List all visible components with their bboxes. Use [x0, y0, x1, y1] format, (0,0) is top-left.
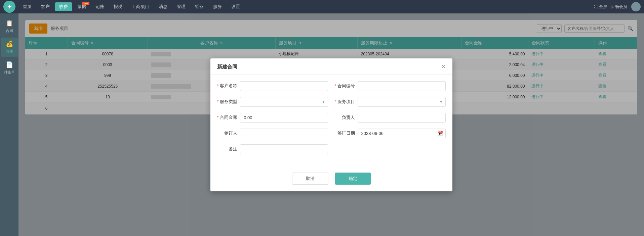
sidebar-item-statement-label: 对账单: [4, 70, 15, 75]
modal-header: 新建合同 ✕: [210, 58, 452, 75]
service-item-label: 服务项目: [335, 99, 355, 105]
service-item-select[interactable]: [358, 97, 445, 107]
sidebar-item-fee-label: 收费: [6, 49, 13, 54]
sign-date-input[interactable]: [358, 129, 446, 138]
modal-title: 新建合同: [217, 64, 237, 70]
form-row-4: 签订人 签订日期 📅: [217, 129, 446, 138]
nav-industrial[interactable]: 工商项目: [128, 2, 153, 11]
signer-field: 签订人: [217, 129, 328, 138]
signer-label: 签订人: [217, 130, 237, 136]
play-icon: ▷: [611, 4, 614, 9]
nav-fee[interactable]: 收费: [55, 2, 72, 11]
nav-home[interactable]: 首页: [19, 2, 36, 11]
sidebar: 📋 合同 💰 收费 📄 对账单: [0, 13, 18, 236]
nav-manage[interactable]: 管理: [173, 2, 190, 11]
new-badge: new: [82, 2, 89, 5]
sign-date-label: 签订日期: [335, 130, 355, 136]
nav-service[interactable]: 服务: [209, 2, 226, 11]
fullscreen-icon: ⛶: [594, 4, 598, 9]
nav-customer[interactable]: 客户: [37, 2, 54, 11]
customer-input[interactable]: [240, 81, 328, 91]
form-row-1: 客户名称 合同编号: [217, 81, 446, 91]
responsible-label: 负责人: [335, 114, 355, 121]
service-type-field: 服务类型 ▼: [217, 97, 328, 107]
app-logo: ✦: [3, 1, 15, 13]
sidebar-item-contract-label: 合同: [6, 28, 13, 33]
signer-input[interactable]: [240, 129, 328, 138]
amount-field: 合同金额: [217, 113, 328, 123]
nav-operation[interactable]: 经营: [191, 2, 208, 11]
fee-icon: 💰: [6, 40, 13, 48]
service-type-label: 服务类型: [217, 99, 238, 105]
service-type-select[interactable]: [240, 97, 328, 107]
contract-no-label: 合同编号: [335, 83, 355, 89]
responsible-field: 负责人: [335, 113, 446, 123]
calendar-icon[interactable]: 📅: [437, 131, 443, 136]
form-row-2: 服务类型 ▼ 服务项目 ▼: [217, 97, 446, 107]
nav-settings[interactable]: 设置: [227, 2, 244, 11]
cancel-button[interactable]: 取消: [292, 173, 328, 185]
service-item-select-wrap: ▼: [358, 97, 445, 107]
sign-date-wrap: 📅: [358, 129, 446, 138]
contract-icon: 📋: [6, 19, 13, 27]
nav-items: 首页 客户 收费 票据 new 记账 报税 工商项目 消息 管理 经营 服务 设…: [19, 2, 594, 11]
sign-date-field: 签订日期 📅: [335, 129, 446, 138]
modal-close-button[interactable]: ✕: [441, 64, 446, 69]
modal-overlay: 新建合同 ✕ 客户名称 合同编号 服务类型: [18, 13, 644, 236]
top-navigation: ✦ 首页 客户 收费 票据 new 记账 报税 工商项目 消息 管理 经营 服务…: [0, 0, 644, 13]
modal-body: 客户名称 合同编号 服务类型 ▼: [210, 75, 452, 167]
amount-label: 合同金额: [217, 114, 238, 121]
contract-no-field: 合同编号: [335, 81, 446, 91]
statement-icon: 📄: [6, 61, 13, 68]
nav-message[interactable]: 消息: [155, 2, 171, 11]
top-right-actions: ⛶ 全屏 ▷ 畅会员: [594, 2, 641, 11]
remark-field: 备注: [217, 144, 328, 154]
fullscreen-button[interactable]: ⛶ 全屏: [594, 4, 607, 10]
avatar[interactable]: [631, 2, 641, 11]
nav-tax[interactable]: 报税: [110, 2, 126, 11]
new-contract-modal: 新建合同 ✕ 客户名称 合同编号 服务类型: [210, 58, 452, 191]
nav-bookkeeping[interactable]: 记账: [91, 2, 108, 11]
sidebar-item-contract[interactable]: 📋 合同: [1, 17, 18, 36]
service-type-select-wrap: ▼: [240, 97, 328, 107]
contract-no-input[interactable]: [358, 81, 445, 91]
sidebar-item-fee[interactable]: 💰 收费: [1, 38, 18, 57]
nav-ticket[interactable]: 票据 new: [73, 2, 90, 11]
member-button[interactable]: ▷ 畅会员: [611, 4, 627, 10]
confirm-button[interactable]: 确定: [335, 173, 371, 185]
responsible-input[interactable]: [358, 113, 446, 123]
customer-field: 客户名称: [217, 81, 328, 91]
form-row-5: 备注: [217, 144, 446, 154]
service-item-field: 服务项目 ▼: [335, 97, 446, 107]
modal-footer: 取消 确定: [210, 167, 452, 191]
remark-input[interactable]: [240, 144, 328, 154]
remark-label: 备注: [217, 146, 237, 152]
form-row-3: 合同金额 负责人: [217, 113, 446, 123]
amount-input[interactable]: [240, 113, 328, 123]
customer-label: 客户名称: [217, 83, 238, 89]
sidebar-item-statement[interactable]: 📄 对账单: [1, 58, 18, 78]
